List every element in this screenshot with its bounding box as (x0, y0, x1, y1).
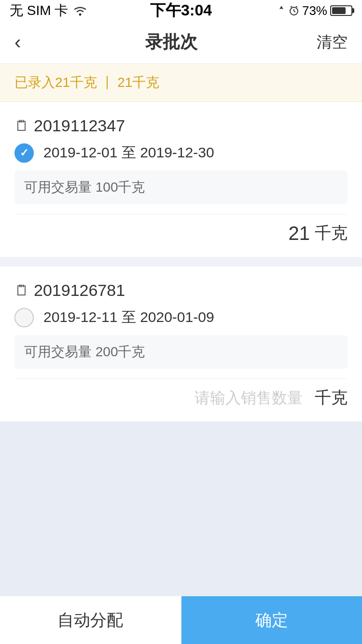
batch-amount-unit-1: 千克 (315, 222, 348, 244)
wifi-icon (73, 5, 87, 16)
carrier-text: 无 SIM 卡 (10, 1, 68, 20)
info-banner: 已录入21千克 21千克 (0, 64, 362, 102)
recorded-amount: 已录入21千克 (14, 73, 97, 92)
batch-card-1: 🗒 2019112347 2019-12-01 至 2019-12-30 可用交… (0, 102, 362, 257)
battery-icon (330, 5, 352, 16)
svg-line-4 (291, 6, 292, 7)
nav-bar: ‹ 录批次 清空 (0, 21, 362, 64)
status-time: 下午3:04 (150, 0, 212, 21)
footer: 自动分配 确定 (0, 596, 362, 644)
batch-available-1: 可用交易量 100千克 (14, 170, 348, 204)
batch-date-row-2[interactable]: 2019-12-11 至 2020-01-09 (14, 308, 348, 327)
svg-line-3 (294, 11, 295, 12)
batch-amount-row-1: 21 千克 (14, 214, 348, 252)
batch-id-1: 2019112347 (34, 116, 125, 135)
back-button[interactable]: ‹ (10, 27, 26, 58)
doc-icon-1: 🗒 (14, 118, 29, 134)
battery-percent: 73% (302, 3, 327, 18)
quantity-input-2[interactable] (165, 389, 310, 407)
doc-icon-2: 🗒 (14, 282, 29, 299)
input-unit-2: 千克 (315, 387, 348, 409)
batch-header-1: 🗒 2019112347 (14, 116, 348, 135)
svg-line-5 (296, 6, 297, 7)
confirm-button[interactable]: 确定 (181, 596, 362, 644)
batch-radio-2[interactable] (14, 308, 34, 327)
batch-input-row-2[interactable]: 千克 (14, 378, 348, 417)
auto-distribute-button[interactable]: 自动分配 (0, 596, 181, 644)
status-right: 73% (277, 3, 352, 18)
status-carrier: 无 SIM 卡 (10, 1, 87, 20)
batch-id-2: 2019126781 (34, 281, 125, 300)
batch-date-1: 2019-12-01 至 2019-12-30 (43, 143, 214, 163)
location-icon (277, 5, 286, 16)
batch-date-2: 2019-12-11 至 2020-01-09 (43, 308, 214, 327)
batch-amount-value-1: 21 (289, 223, 310, 244)
batch-card-2: 🗒 2019126781 2019-12-11 至 2020-01-09 可用交… (0, 266, 362, 421)
clear-button[interactable]: 清空 (317, 32, 348, 53)
batch-header-2: 🗒 2019126781 (14, 281, 348, 300)
batch-available-2: 可用交易量 200千克 (14, 335, 348, 369)
alarm-icon (289, 5, 299, 16)
batch-radio-1[interactable] (14, 143, 34, 163)
batch-date-row-1[interactable]: 2019-12-01 至 2019-12-30 (14, 143, 348, 163)
svg-point-0 (79, 14, 82, 16)
page-title: 录批次 (145, 30, 197, 54)
separator-1 (0, 257, 362, 266)
empty-area (0, 421, 362, 615)
status-bar: 无 SIM 卡 下午3:04 73% (0, 0, 362, 21)
total-amount: 21千克 (117, 73, 159, 92)
info-divider (107, 76, 108, 89)
